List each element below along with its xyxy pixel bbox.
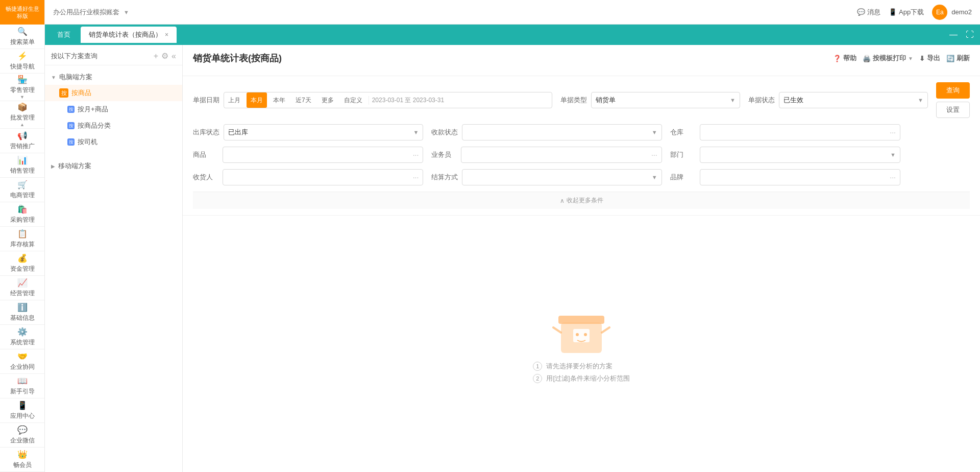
product-more-icon[interactable]: ··· bbox=[413, 151, 419, 159]
filter-outstatus-select[interactable]: 已出库 ▼ bbox=[224, 124, 423, 140]
app-download-btn[interactable]: 📱 App下载 bbox=[889, 8, 924, 17]
filter-row-2: 出库状态 已出库 ▼ 收款状态 ▼ 仓库 bbox=[193, 124, 970, 140]
filter-dept-label: 部门 bbox=[670, 150, 696, 159]
filter-receiver-input[interactable]: ··· bbox=[223, 169, 423, 185]
filter-doctype-item: 单据类型 销货单 ▼ bbox=[560, 92, 740, 108]
sidebar-item-basic[interactable]: ℹ️ 基础信息 bbox=[0, 300, 44, 325]
sidebar-item-system[interactable]: ⚙️ 系统管理 bbox=[0, 325, 44, 349]
guide-icon: 📖 bbox=[17, 376, 28, 386]
date-btn-more[interactable]: 更多 bbox=[317, 92, 338, 108]
tab-home[interactable]: 首页 bbox=[49, 27, 79, 43]
filter-brand-item: 品牌 ··· bbox=[670, 169, 900, 185]
salesperson-more-icon[interactable]: ··· bbox=[651, 151, 657, 159]
date-btn-thisyear[interactable]: 本年 bbox=[269, 92, 289, 108]
sidebar-item-finance[interactable]: 💰 资金管理 bbox=[0, 251, 44, 276]
user-avatar-btn[interactable]: Ea demo2 bbox=[932, 5, 972, 20]
sidebar-item-purchase[interactable]: 🛍️ 采购管理 bbox=[0, 202, 44, 227]
sidebar-item-ecom[interactable]: 🛒 电商管理 bbox=[0, 178, 44, 202]
sidebar-item-wholesale[interactable]: 📦 批发管理 ▲ bbox=[0, 101, 44, 129]
filter-doctype-select[interactable]: 销货单 ▼ bbox=[591, 92, 740, 108]
date-btn-lastmonth[interactable]: 上月 bbox=[224, 92, 244, 108]
date-filter-bar[interactable]: 上月 本月 本年 近7天 更多 自定义 2023-03-01 至 2023-03… bbox=[224, 92, 552, 108]
sidebar-item-weixin[interactable]: 💬 企业微信 bbox=[0, 423, 44, 447]
finance-icon: 💰 bbox=[17, 253, 28, 263]
filter-outstatus-value: 已出库 bbox=[228, 128, 248, 137]
query-button[interactable]: 查询 bbox=[936, 82, 970, 99]
brand-more-icon[interactable]: ··· bbox=[890, 173, 896, 181]
message-btn[interactable]: 💬 消息 bbox=[857, 8, 880, 17]
tree-item-by-product[interactable]: 按 按商品 bbox=[45, 85, 182, 101]
print-icon: 🖨️ bbox=[863, 55, 871, 62]
filter-settlement-select[interactable]: ▼ bbox=[462, 169, 662, 185]
tree-item-by-month-product[interactable]: 按 按月+商品 bbox=[45, 101, 182, 117]
avatar: Ea bbox=[932, 5, 947, 20]
sidebar-item-sales[interactable]: 📊 销售管理 bbox=[0, 153, 44, 178]
tabs-bar: 首页 销货单统计表（按商品） × — ⛶ bbox=[45, 25, 980, 45]
tab-close-icon[interactable]: × bbox=[165, 31, 168, 38]
filter-dept-select[interactable]: ▼ bbox=[700, 147, 900, 163]
help-btn[interactable]: ❓ 帮助 bbox=[833, 54, 856, 63]
refresh-btn[interactable]: 🔄 刷新 bbox=[946, 54, 970, 63]
search-icon: 🔍 bbox=[17, 27, 28, 36]
sidebar-item-retail[interactable]: 🏪 零售管理 ▼ bbox=[0, 74, 44, 101]
minimize-icon[interactable]: — bbox=[947, 28, 960, 41]
filter-salesperson-input[interactable]: ··· bbox=[461, 147, 662, 163]
appcenter-icon: 📱 bbox=[17, 400, 28, 410]
mobile-scheme-toggle[interactable]: ▶ 移动端方案 bbox=[45, 158, 182, 174]
inventory-icon: 📋 bbox=[17, 229, 28, 239]
step-num-2: 2 bbox=[533, 374, 542, 383]
sidebar-item-member[interactable]: 👑 畅会员 bbox=[0, 447, 44, 472]
payment-chevron-icon: ▼ bbox=[652, 129, 657, 135]
date-btn-custom[interactable]: 自定义 bbox=[340, 92, 366, 108]
filter-product-input[interactable]: ··· bbox=[223, 147, 423, 163]
corp-icon: 🤝 bbox=[17, 351, 28, 361]
workspace-selector[interactable]: 办公用品行业模拟账套 ▼ bbox=[53, 8, 129, 17]
collapse-panel-btn[interactable]: « bbox=[172, 52, 176, 61]
filter-payment-item: 收款状态 ▼ bbox=[431, 124, 662, 140]
filter-brand-input[interactable]: ··· bbox=[700, 169, 900, 185]
sidebar-item-quicknav[interactable]: ⚡ 快捷导航 bbox=[0, 49, 44, 74]
print-dropdown-icon: ▼ bbox=[908, 56, 913, 61]
sidebar-item-appcenter[interactable]: 📱 应用中心 bbox=[0, 398, 44, 423]
filter-outstatus-label: 出库状态 bbox=[193, 128, 219, 137]
tabs-window-controls: — ⛶ bbox=[947, 28, 976, 41]
add-scheme-btn[interactable]: + bbox=[154, 52, 158, 61]
download-icon: 📱 bbox=[889, 8, 897, 16]
sidebar-item-marketing[interactable]: 📢 营销推广 bbox=[0, 129, 44, 153]
filter-payment-select[interactable]: ▼ bbox=[462, 124, 662, 140]
desktop-scheme-toggle[interactable]: ▼ 电脑端方案 bbox=[45, 69, 182, 85]
tab-sales-report[interactable]: 销货单统计表（按商品） × bbox=[81, 27, 177, 43]
empty-step-2-text: 用[过滤]条件来缩小分析范围 bbox=[546, 374, 629, 383]
receiver-more-icon[interactable]: ··· bbox=[413, 173, 419, 181]
marketing-icon: 📢 bbox=[17, 131, 28, 140]
date-btn-thismonth[interactable]: 本月 bbox=[247, 92, 267, 108]
settings-button[interactable]: 设置 bbox=[936, 102, 970, 118]
sidebar-item-operation[interactable]: 📈 经营管理 bbox=[0, 276, 44, 300]
sidebar-item-inventory[interactable]: 📋 库存核算 bbox=[0, 227, 44, 251]
svg-point-3 bbox=[576, 333, 579, 336]
by-month-product-label: 按月+商品 bbox=[78, 105, 108, 114]
print-btn[interactable]: 🖨️ 按模板打印 ▼ bbox=[863, 54, 913, 63]
refresh-icon: 🔄 bbox=[946, 55, 954, 62]
filter-warehouse-input[interactable]: ··· bbox=[700, 124, 900, 140]
maximize-icon[interactable]: ⛶ bbox=[964, 28, 976, 41]
empty-state: 1 请先选择要分析的方案 2 用[过滤]条件来缩小分析范围 bbox=[183, 216, 980, 472]
tree-item-by-category[interactable]: 按 按商品分类 bbox=[45, 117, 182, 134]
filter-buttons: 查询 设置 bbox=[936, 82, 970, 118]
sidebar-item-corp[interactable]: 🤝 企业协同 bbox=[0, 349, 44, 374]
desktop-scheme-section: ▼ 电脑端方案 按 按商品 按 按月+商品 按 按商品分类 按 按司机 bbox=[45, 65, 182, 154]
export-btn[interactable]: ⬇ 导出 bbox=[919, 54, 940, 63]
retail-expand-icon: ▼ bbox=[20, 95, 24, 100]
collapse-bar[interactable]: ∧ 收起更多条件 bbox=[193, 192, 970, 209]
sidebar-item-guide[interactable]: 📖 新手引导 bbox=[0, 374, 44, 398]
workspace-dropdown-icon: ▼ bbox=[124, 9, 129, 15]
svg-line-5 bbox=[553, 327, 561, 333]
purchase-icon: 🛍️ bbox=[17, 204, 28, 214]
sidebar-item-search[interactable]: 🔍 搜索菜单 bbox=[0, 25, 44, 49]
warehouse-more-icon[interactable]: ··· bbox=[890, 128, 896, 136]
filter-row-1: 单据日期 上月 本月 本年 近7天 更多 自定义 2023-03-01 至 20… bbox=[193, 82, 970, 118]
filter-status-select[interactable]: 已生效 ▼ bbox=[779, 92, 928, 108]
settings-scheme-btn[interactable]: ⚙ bbox=[161, 51, 168, 61]
date-btn-7days[interactable]: 近7天 bbox=[291, 92, 315, 108]
tree-item-by-machine[interactable]: 按 按司机 bbox=[45, 134, 182, 150]
